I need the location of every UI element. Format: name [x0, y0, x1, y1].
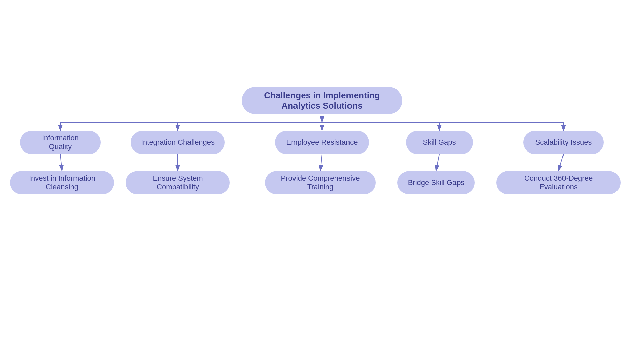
diagram-container: Challenges in Implementing Analytics Sol…	[0, 0, 644, 363]
scalability-label: Scalability Issues	[535, 138, 592, 147]
skill-gaps-label: Skill Gaps	[423, 138, 456, 147]
integration-node: Integration Challenges	[131, 131, 225, 154]
invest-node: Invest in Information Cleansing	[10, 171, 114, 194]
svg-line-8	[60, 154, 62, 171]
invest-label: Invest in Information Cleansing	[19, 174, 105, 191]
info-quality-label: Information Quality	[30, 134, 91, 151]
provide-label: Provide Comprehensive Training	[274, 174, 366, 191]
svg-line-12	[558, 154, 564, 171]
conduct-node: Conduct 360-Degree Evaluations	[496, 171, 621, 194]
conduct-label: Conduct 360-Degree Evaluations	[506, 174, 611, 191]
provide-node: Provide Comprehensive Training	[265, 171, 376, 194]
root-node: Challenges in Implementing Analytics Sol…	[241, 87, 402, 114]
root-label: Challenges in Implementing Analytics Sol…	[251, 90, 393, 111]
bridge-label: Bridge Skill Gaps	[408, 178, 465, 187]
svg-line-11	[436, 154, 439, 171]
skill-gaps-node: Skill Gaps	[406, 131, 473, 154]
ensure-node: Ensure System Compatibility	[126, 171, 230, 194]
scalability-node: Scalability Issues	[523, 131, 604, 154]
svg-line-10	[320, 154, 322, 171]
info-quality-node: Information Quality	[20, 131, 101, 154]
ensure-label: Ensure System Compatibility	[135, 174, 220, 191]
employee-node: Employee Resistance	[275, 131, 369, 154]
employee-label: Employee Resistance	[286, 138, 358, 147]
integration-label: Integration Challenges	[141, 138, 215, 147]
bridge-node: Bridge Skill Gaps	[397, 171, 475, 194]
